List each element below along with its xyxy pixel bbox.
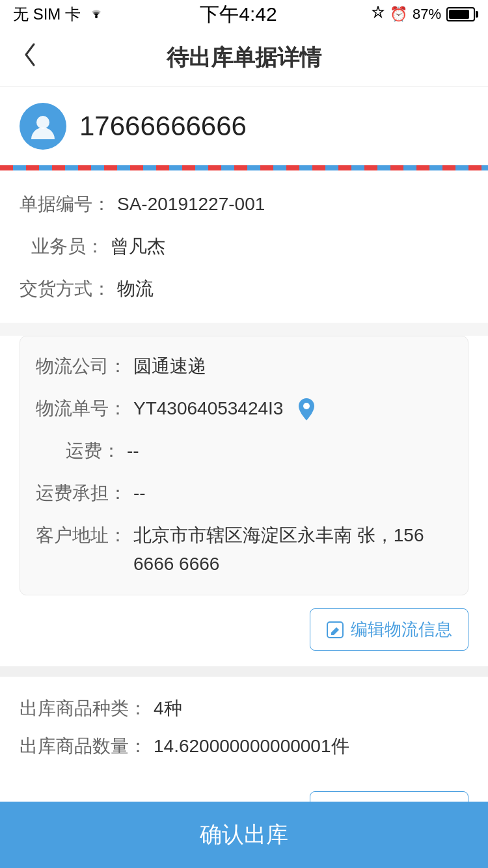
logistics-card: 物流公司： 圆通速递 物流单号： YT43064053424I3 运费： xyxy=(20,336,468,595)
section-divider xyxy=(0,666,488,677)
tracking-value: YT43064053424I3 xyxy=(133,394,283,424)
salesman-value: 曾凡杰 xyxy=(111,232,468,262)
wifi-icon xyxy=(87,6,105,23)
confirm-btn-wrap: 确认出库 xyxy=(0,802,488,868)
document-number-row: 单据编号： SA-20191227-001 xyxy=(20,190,468,219)
freight-label: 运费： xyxy=(36,437,127,466)
edit-logistics-section: 编辑物流信息 xyxy=(0,608,488,666)
delivery-label: 交货方式： xyxy=(20,275,117,304)
goods-type-value: 4种 xyxy=(154,696,182,721)
nav-bar: 待出库单据详情 xyxy=(0,29,488,87)
logistics-company-value: 圆通速递 xyxy=(133,352,452,381)
delivery-row: 交货方式： 物流 xyxy=(20,275,468,304)
status-right: ⏰ 87% xyxy=(372,6,475,23)
back-button[interactable] xyxy=(16,35,44,80)
svg-point-2 xyxy=(303,403,310,409)
tracking-value-wrap: YT43064053424I3 xyxy=(133,394,452,424)
battery-percent: 87% xyxy=(413,6,441,23)
status-carrier: 无 SIM 卡 xyxy=(13,4,105,25)
edit-logistics-button[interactable]: 编辑物流信息 xyxy=(310,608,468,651)
goods-quantity-label: 出库商品数量： xyxy=(20,734,154,759)
address-row: 客户地址： 北京市市辖区海淀区永丰南 张，156 6666 6666 xyxy=(36,521,452,580)
freight-value: -- xyxy=(127,437,452,466)
delivery-value: 物流 xyxy=(117,275,468,304)
page-title: 待出库单据详情 xyxy=(167,43,321,73)
svg-point-0 xyxy=(95,16,98,18)
goods-type-label: 出库商品种类： xyxy=(20,696,154,721)
edit-logistics-label: 编辑物流信息 xyxy=(351,618,452,641)
goods-quantity-value: 14.620000000000001件 xyxy=(154,734,349,759)
goods-quantity-row: 出库商品数量： 14.620000000000001件 xyxy=(20,734,468,759)
document-info-section: 单据编号： SA-20191227-001 业务员： 曾凡杰 交货方式： 物流 xyxy=(0,170,488,323)
tracking-row: 物流单号： YT43064053424I3 xyxy=(36,394,452,424)
confirm-button[interactable]: 确认出库 xyxy=(0,820,488,850)
logistics-company-row: 物流公司： 圆通速递 xyxy=(36,352,452,381)
goods-type-row: 出库商品种类： 4种 xyxy=(20,696,468,721)
customer-header: 17666666666 xyxy=(0,87,488,165)
freight-row: 运费： -- xyxy=(36,437,452,466)
freight-bearer-label: 运费承担： xyxy=(36,479,133,508)
document-number-value: SA-20191227-001 xyxy=(117,190,468,219)
summary-section: 出库商品种类： 4种 出库商品数量： 14.620000000000001件 xyxy=(0,677,488,778)
address-value: 北京市市辖区海淀区永丰南 张，156 6666 6666 xyxy=(133,521,452,580)
dashed-separator xyxy=(0,165,488,170)
salesman-label: 业务员： xyxy=(20,232,111,262)
location-service-icon xyxy=(372,6,385,23)
battery-icon xyxy=(446,7,475,21)
logistics-company-label: 物流公司： xyxy=(36,352,133,381)
carrier-text: 无 SIM 卡 xyxy=(13,4,81,25)
address-label: 客户地址： xyxy=(36,521,133,550)
tracking-label: 物流单号： xyxy=(36,394,133,424)
freight-bearer-row: 运费承担： -- xyxy=(36,479,452,508)
status-time: 下午4:42 xyxy=(200,1,277,28)
salesman-row: 业务员： 曾凡杰 xyxy=(20,232,468,262)
document-number-label: 单据编号： xyxy=(20,190,117,219)
freight-bearer-value: -- xyxy=(133,479,452,508)
location-icon[interactable] xyxy=(293,396,319,422)
svg-point-1 xyxy=(36,116,49,129)
avatar xyxy=(20,103,66,150)
status-bar: 无 SIM 卡 下午4:42 ⏰ 87% xyxy=(0,0,488,29)
alarm-icon: ⏰ xyxy=(390,6,407,23)
customer-phone: 17666666666 xyxy=(79,111,247,142)
